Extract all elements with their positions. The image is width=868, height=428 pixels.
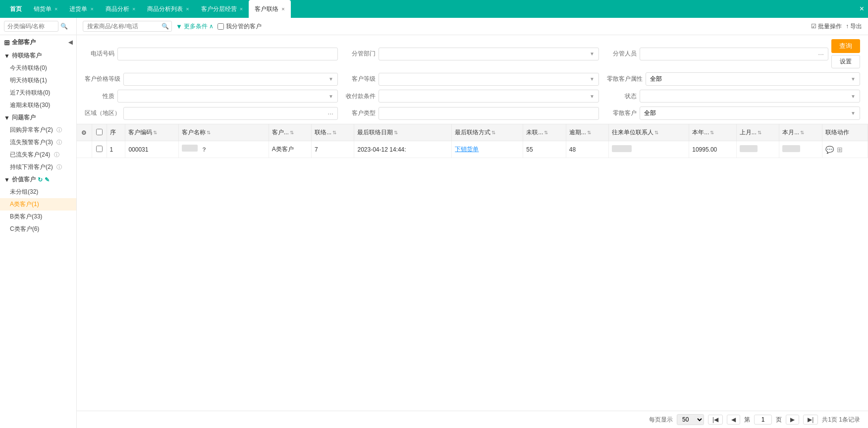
col-current-month[interactable]: 本月... ⇅	[779, 124, 822, 141]
col-contact-count[interactable]: 联络... ⇅	[312, 124, 354, 141]
sidebar-item-ungroup[interactable]: 未分组(32)	[0, 186, 76, 198]
col-not-contacted[interactable]: 未联... ⇅	[523, 124, 566, 141]
batch-ops-button[interactable]: ☑ 批量操作	[811, 22, 842, 31]
not-contacted-sort-icon: ⇅	[544, 130, 548, 135]
col-overdue[interactable]: 逾期... ⇅	[566, 124, 608, 141]
goods-list-tab-label: 商品分析列表	[147, 5, 183, 13]
col-last-date[interactable]: 最后联络日期 ⇅	[354, 124, 452, 141]
all-customers-header[interactable]: ⊞ 全部客户 ◀	[0, 35, 76, 50]
customer-type-input[interactable]	[379, 107, 599, 120]
dept-label: 分管部门	[346, 50, 376, 58]
qr-action-icon[interactable]: ⊞	[837, 146, 843, 154]
toolbar-right-actions: ☑ 批量操作 ↑ 导出	[811, 22, 862, 31]
sidebar-item-today[interactable]: 今天待联络(0)	[0, 62, 76, 74]
nav-tab-sales[interactable]: 销货单 ×	[28, 0, 63, 18]
sales-tab-close[interactable]: ×	[54, 6, 57, 12]
row-unit-contact	[609, 141, 689, 158]
customer-contact-tab-label: 客户联络	[255, 5, 278, 13]
sidebar-item-churn[interactable]: 流失预警客户(3) ⓘ	[0, 136, 76, 149]
price-grade-select[interactable]: ▼	[123, 73, 338, 86]
goods-list-tab-close[interactable]: ×	[186, 6, 189, 12]
col-last-month[interactable]: 上月... ⇅	[736, 124, 779, 141]
sidebar-item-week[interactable]: 近7天待联络(0)	[0, 87, 76, 99]
last-page-button[interactable]: ▶|	[803, 415, 818, 425]
region-label: 区域（地区）	[85, 109, 120, 117]
dept-select[interactable]: ▼	[379, 48, 599, 60]
sparse-customer-select[interactable]: 全部 ▼	[640, 107, 860, 120]
nature-label: 性质	[85, 92, 114, 101]
nature-arrow: ▼	[328, 94, 333, 99]
edit-icon[interactable]: ✎	[45, 176, 50, 183]
sidebar-search-input[interactable]	[4, 21, 58, 32]
col-current-year[interactable]: 本年... ⇅	[689, 124, 737, 141]
settings-button[interactable]: 设置	[831, 55, 860, 68]
region-input[interactable]: ···	[123, 107, 338, 120]
sidebar-item-c-class[interactable]: C类客户(6)	[0, 223, 76, 235]
col-code[interactable]: 客户编码 ⇅	[125, 124, 179, 141]
name-blur	[182, 145, 198, 152]
prev-page-button[interactable]: ◀	[727, 415, 740, 425]
customer-contact-tab-close[interactable]: ×	[281, 6, 284, 12]
last-month-blur	[740, 145, 758, 152]
problem-section-title[interactable]: ▼ 问题客户	[0, 111, 76, 124]
sidebar-item-tomorrow[interactable]: 明天待联络(1)	[0, 74, 76, 87]
col-type[interactable]: 客户... ⇅	[269, 124, 311, 141]
customer-tier-tab-close[interactable]: ×	[240, 6, 243, 12]
select-all-checkbox[interactable]	[96, 129, 103, 135]
nav-tab-goods-analysis[interactable]: 商品分析 ×	[100, 0, 141, 18]
sidebar-item-repurchase[interactable]: 回购异常客户(2) ⓘ	[0, 124, 76, 136]
nav-tab-goods-list[interactable]: 商品分析列表 ×	[141, 0, 195, 18]
window-close-button[interactable]: ×	[860, 4, 864, 13]
value-section-title[interactable]: ▼ 价值客户 ↻ ✎	[0, 173, 76, 186]
sparse-attr-select[interactable]: 全部 ▼	[646, 72, 860, 86]
type-sort-icon: ⇅	[290, 130, 294, 135]
my-customers-checkbox[interactable]	[217, 23, 224, 30]
purchase-tab-close[interactable]: ×	[90, 6, 93, 12]
main-search-icon[interactable]: 🔍	[162, 23, 169, 30]
next-page-button[interactable]: ▶	[786, 415, 799, 425]
content-area: 🔍 ▼ 更多条件 ∧ 我分管的客户 ☑ 批量操作 ↑ 导出	[77, 18, 868, 428]
comment-action-icon[interactable]: 💬	[825, 146, 834, 154]
sidebar-item-overdue[interactable]: 逾期未联络(30)	[0, 99, 76, 111]
nav-tab-purchase[interactable]: 进货单 ×	[63, 0, 99, 18]
col-last-method[interactable]: 最后联络方式 ⇅	[452, 124, 523, 141]
last-date-sort-icon: ⇅	[394, 130, 398, 135]
nav-tab-customer-tier[interactable]: 客户分层经营 ×	[195, 0, 249, 18]
row-checkbox[interactable]	[96, 146, 103, 152]
sidebar-search-icon[interactable]: 🔍	[60, 23, 68, 30]
customer-grade-select[interactable]: ▼	[379, 73, 599, 86]
goods-analysis-tab-close[interactable]: ×	[132, 6, 135, 12]
person-input[interactable]: ···	[640, 48, 828, 60]
page-number-input[interactable]	[754, 415, 772, 425]
col-name[interactable]: 客户名称 ⇅	[178, 124, 269, 141]
col-unit-contact[interactable]: 往来单位联系人 ⇅	[609, 124, 689, 141]
query-button[interactable]: 查询	[831, 39, 860, 53]
checkbox-icon: ☑	[811, 23, 816, 30]
row-last-date: 2023-04-12 14:44:	[354, 141, 452, 158]
last-method-link[interactable]: 下销货单	[455, 146, 479, 153]
customer-grade-label: 客户等级	[346, 75, 376, 83]
sidebar-item-a-class[interactable]: A类客户(1)	[0, 198, 76, 211]
action-header: 联络动作	[825, 128, 849, 137]
pending-section-title[interactable]: ▼ 待联络客户	[0, 50, 76, 62]
more-filter-button[interactable]: ▼ 更多条件 ∧	[176, 22, 214, 31]
page-size-select[interactable]: 50 100 200	[677, 414, 704, 425]
sidebar-item-b-class[interactable]: B类客户(33)	[0, 211, 76, 223]
status-select[interactable]: ▼	[640, 90, 860, 103]
export-button[interactable]: ↑ 导出	[846, 22, 862, 31]
nav-tab-customer-contact[interactable]: 客户联络 ×	[249, 0, 290, 18]
main-search-input[interactable]	[87, 23, 162, 30]
col-settings[interactable]: ⚙	[77, 124, 92, 141]
refresh-icon[interactable]: ↻	[38, 176, 43, 183]
person-label: 分管人员	[607, 50, 637, 58]
sidebar-item-declining[interactable]: 持续下滑客户(2) ⓘ	[0, 161, 76, 173]
first-page-button[interactable]: |◀	[708, 415, 723, 425]
nature-select[interactable]: ▼	[117, 90, 338, 103]
sidebar-item-lost[interactable]: 已流失客户(24) ⓘ	[0, 149, 76, 161]
info-icon-churn: ⓘ	[56, 139, 62, 145]
filter-row-dept: 分管部门 ▼	[346, 39, 599, 68]
batch-ops-label: 批量操作	[818, 22, 842, 31]
nav-tab-home[interactable]: 首页	[4, 0, 28, 18]
payment-select[interactable]: ▼	[379, 90, 599, 103]
phone-input[interactable]	[117, 48, 338, 60]
